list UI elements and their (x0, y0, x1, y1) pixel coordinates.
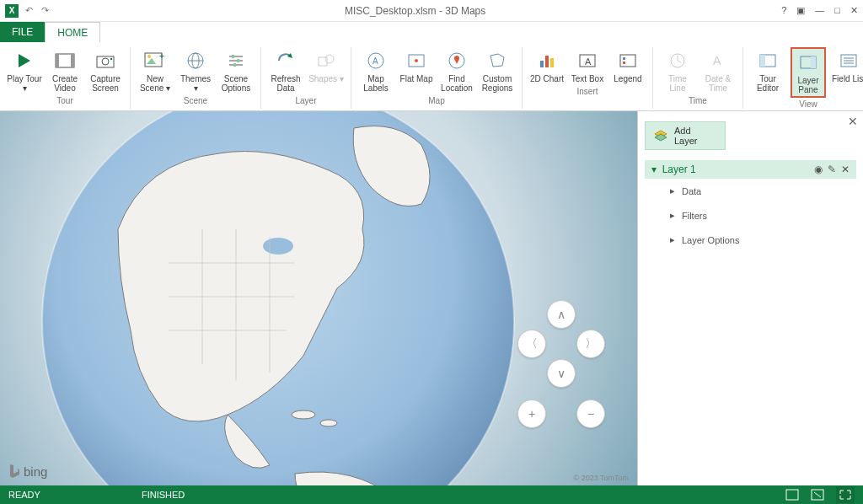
nav-cluster: ∧ 〈 〉 ∨ + − (511, 300, 612, 435)
layer-rename-button[interactable]: ✎ (828, 164, 836, 175)
field-list-label: Field List (832, 74, 863, 83)
legend-button[interactable]: Legend (610, 47, 646, 85)
svg-rect-19 (233, 63, 236, 67)
create-video-button[interactable]: Create Video (47, 47, 83, 94)
shapes-button: Shapes ▾ (308, 47, 344, 85)
layer-section-options-label: Layer Options (682, 235, 739, 245)
svg-rect-36 (623, 62, 625, 64)
svg-point-51 (320, 420, 337, 426)
find-location-button[interactable]: Find Location (439, 47, 474, 94)
layer-visibility-toggle[interactable]: ◉ (814, 164, 823, 175)
svg-text:A: A (585, 56, 592, 67)
labels-icon: A (363, 49, 389, 72)
tilt-down-button[interactable]: ∨ (547, 359, 576, 388)
layer-delete-button[interactable]: ✕ (841, 164, 850, 175)
date-time-label: Date & Time (700, 74, 736, 93)
pin-icon (444, 49, 469, 72)
time-line-button: Time Line (660, 47, 695, 94)
shapes-icon (314, 49, 339, 72)
text-box-button[interactable]: A Text Box (570, 47, 605, 85)
zoom-out-button[interactable]: − (576, 399, 605, 428)
map-labels-label: Map Labels (358, 74, 394, 93)
group-insert-label: Insert (576, 87, 598, 96)
globe-graphic (17, 111, 539, 485)
globe-icon (183, 49, 208, 72)
group-tour-label: Tour (56, 96, 72, 105)
layer-pane-button[interactable]: Layer Pane (791, 47, 826, 98)
themes-button[interactable]: Themes ▾ (178, 47, 213, 94)
flatmap-icon (404, 49, 429, 72)
svg-rect-44 (811, 56, 816, 68)
layer-pane-label: Layer Pane (792, 76, 824, 94)
create-video-label: Create Video (47, 74, 83, 93)
statusbar-view-normal[interactable] (785, 489, 799, 501)
statusbar-view-fit[interactable] (811, 489, 824, 501)
tour-editor-button[interactable]: Tour Editor (750, 47, 785, 94)
layer-section-data[interactable]: ▸ Data (645, 179, 856, 203)
rotate-left-button[interactable]: 〈 (517, 330, 546, 358)
close-button[interactable]: ✕ (850, 5, 858, 16)
panel-left-icon (755, 49, 780, 72)
tab-file[interactable]: FILE (0, 22, 45, 42)
map-canvas[interactable]: bing © 2023 TomTom ∧ 〈 〉 ∨ + − (0, 111, 637, 485)
rotate-right-button[interactable]: 〉 (576, 330, 605, 358)
excel-icon: X (5, 4, 19, 18)
minimize-button[interactable]: — (815, 5, 824, 16)
group-time: Time Line A Date & Time Time (653, 47, 743, 109)
capture-screen-button[interactable]: Capture Screen (88, 47, 123, 94)
svg-rect-3 (71, 54, 74, 67)
status-bar: READY FINISHED (0, 485, 863, 504)
field-list-button[interactable]: Field List (831, 47, 863, 85)
refresh-data-button[interactable]: Refresh Data (268, 47, 303, 94)
svg-rect-31 (550, 58, 554, 67)
group-tour: Play Tour ▾ Create Video Capture Screen … (0, 47, 131, 109)
ribbon-options-button[interactable]: ▣ (796, 5, 805, 16)
svg-rect-42 (760, 55, 765, 67)
scene-options-button[interactable]: Scene Options (218, 47, 254, 94)
svg-rect-35 (623, 57, 625, 60)
picture-add-icon: + (142, 49, 168, 72)
camera-icon (93, 49, 118, 72)
group-scene-label: Scene (184, 96, 207, 105)
tab-home[interactable]: HOME (45, 22, 100, 42)
layer-section-filters-label: Filters (682, 211, 707, 221)
svg-text:+: + (159, 52, 164, 61)
main-area: bing © 2023 TomTom ∧ 〈 〉 ∨ + − ✕ Add Lay… (0, 111, 863, 485)
help-button[interactable]: ? (781, 5, 786, 16)
legend-icon (615, 49, 641, 72)
play-icon (12, 49, 37, 72)
layer-1-header[interactable]: ▾ Layer 1 ◉ ✎ ✕ (645, 160, 856, 179)
custom-regions-button[interactable]: Custom Regions (480, 47, 515, 94)
textbox-icon: A (575, 49, 600, 72)
map-labels-button[interactable]: A Map Labels (358, 47, 394, 94)
new-scene-button[interactable]: + New Scene ▾ (137, 47, 173, 94)
text-icon: A (705, 49, 731, 72)
layers-add-icon (654, 130, 667, 142)
2d-chart-label: 2D Chart (530, 74, 564, 83)
play-tour-button[interactable]: Play Tour ▾ (7, 47, 42, 94)
2d-chart-button[interactable]: 2D Chart (529, 47, 565, 85)
redo-button[interactable]: ↷ (41, 5, 49, 16)
layer-pane: ✕ Add Layer ▾ Layer 1 ◉ ✎ ✕ ▸ Data ▸ Fil… (637, 111, 863, 485)
svg-rect-30 (545, 56, 549, 67)
flat-map-button[interactable]: Flat Map (399, 47, 434, 85)
add-layer-button[interactable]: Add Layer (645, 121, 726, 150)
svg-rect-63 (786, 490, 798, 500)
statusbar-view-fullscreen[interactable] (836, 486, 855, 503)
maximize-button[interactable]: □ (834, 5, 840, 16)
title-bar: X ↶ ↷ MISC_Desktop.xlsm - 3D Maps ? ▣ — … (0, 0, 863, 22)
tilt-up-button[interactable]: ∧ (547, 300, 576, 329)
refresh-icon (273, 49, 298, 72)
layer-section-filters[interactable]: ▸ Filters (645, 203, 856, 228)
list-icon (836, 49, 861, 72)
scene-options-label: Scene Options (218, 74, 254, 93)
svg-text:A: A (713, 54, 721, 67)
layer-section-options[interactable]: ▸ Layer Options (645, 228, 856, 252)
layer-pane-close-button[interactable]: ✕ (848, 115, 858, 128)
zoom-in-button[interactable]: + (517, 399, 546, 428)
tour-editor-label: Tour Editor (750, 74, 785, 93)
undo-button[interactable]: ↶ (25, 5, 33, 16)
expand-icon: ▸ (670, 210, 675, 221)
svg-marker-60 (10, 464, 19, 478)
svg-marker-0 (19, 54, 30, 67)
